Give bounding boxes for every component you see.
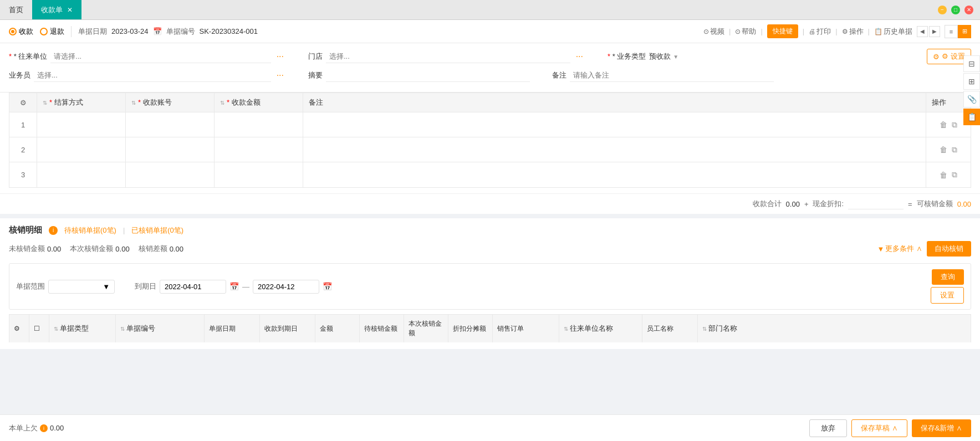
range-filter: 单据范围 ▼	[16, 280, 115, 294]
row-1-remark[interactable]	[303, 112, 926, 137]
row-3-delete-btn[interactable]: 🗑	[940, 171, 947, 180]
unverified-stat: 未核销金额 0.00	[9, 244, 61, 254]
range-select[interactable]: ▼	[48, 280, 115, 294]
verify-header: 核销明细 i 待核销单据(0笔) | 已核销单据(0笔)	[9, 225, 971, 235]
form-row-2: 业务员 ··· 摘要 备注	[9, 69, 971, 82]
row-2-settlement[interactable]	[37, 137, 126, 162]
abandon-button[interactable]: 放弃	[809, 419, 847, 437]
row-2-account[interactable]	[126, 137, 215, 162]
print-link[interactable]: 🖨 打印	[809, 27, 831, 37]
bth-staff: 员工名称	[642, 315, 698, 342]
shortcut-button[interactable]: 快捷键	[767, 24, 798, 38]
footer-info-icon[interactable]: i	[40, 424, 48, 432]
help-link[interactable]: ⊙ 帮助	[735, 27, 756, 37]
sidebar-table-icon[interactable]: ⊟	[963, 55, 980, 72]
date-to-input[interactable]	[253, 280, 319, 294]
row-3-remark[interactable]	[303, 162, 926, 187]
auto-verify-button[interactable]: 自动核销	[927, 241, 971, 257]
video-link[interactable]: ⊙ 视频	[703, 27, 724, 37]
receipt-type-group: 收款 退款	[9, 27, 64, 37]
window-controls: − □ ✕	[938, 6, 980, 14]
counterpart-more-btn[interactable]: ···	[274, 52, 286, 61]
cash-discount-input[interactable]	[848, 198, 904, 209]
th-account: ⇅ 收款账号	[126, 93, 215, 112]
more-filters-btn[interactable]: ▼ 更多条件 ∧	[877, 244, 923, 254]
query-button[interactable]: 查询	[932, 269, 964, 285]
verify-info-icon[interactable]: i	[49, 226, 58, 235]
gear-icon: ⚙	[933, 53, 940, 61]
doc-info: 单据日期 2023-03-24 📅 单据编号 SK-20230324-001	[78, 27, 258, 37]
footer: 本单上欠 i 0.00 放弃 保存草稿 ∧ 保存&新增 ∧	[0, 414, 980, 441]
save-draft-button[interactable]: 保存草稿 ∧	[851, 419, 907, 437]
sidebar-grid-icon[interactable]: ⊞	[963, 73, 980, 90]
counterpart-field: * 往来单位 ···	[9, 50, 286, 63]
staff-field: 业务员 ···	[9, 69, 286, 82]
date-to-calendar-icon[interactable]: 📅	[323, 282, 332, 291]
bth-checkbox[interactable]: ☐	[29, 315, 49, 342]
row-1-settlement[interactable]	[37, 112, 126, 137]
row-3-account[interactable]	[126, 162, 215, 187]
done-tab[interactable]: 已核销单据(0笔)	[131, 225, 183, 235]
table-gear-icon[interactable]: ⚙	[9, 93, 37, 112]
bth-doc-no: ⇅ 单据编号	[116, 315, 205, 342]
pending-tab[interactable]: 待核销单据(0笔)	[64, 225, 116, 235]
card-view-btn[interactable]: ⊞	[958, 25, 971, 38]
summary-input[interactable]	[326, 69, 530, 82]
row-1-delete-btn[interactable]: 🗑	[940, 120, 947, 129]
row-2-remark[interactable]	[303, 137, 926, 162]
receipt-table-section: ⚙ ⇅ 结算方式 ⇅ 收款账号 ⇅ 收款金额 备注 操作 1	[0, 93, 980, 193]
date-from-calendar-icon[interactable]: 📅	[229, 282, 239, 291]
counterpart-input[interactable]	[50, 50, 270, 63]
row-num-1: 1	[9, 112, 37, 137]
radio-refund-dot	[40, 28, 48, 35]
row-2-amount[interactable]	[215, 137, 303, 162]
tab-close-icon[interactable]: ✕	[67, 6, 73, 14]
next-arrow[interactable]: ▶	[929, 26, 940, 37]
tab-bar: 首页 收款单 ✕ − □ ✕	[0, 0, 980, 20]
date-from-input[interactable]	[160, 280, 226, 294]
minimize-button[interactable]: −	[938, 6, 947, 14]
maximize-button[interactable]: □	[951, 6, 960, 14]
list-view-btn[interactable]: ≡	[945, 25, 958, 38]
row-2-copy-btn[interactable]: ⧉	[952, 145, 957, 155]
save-new-button[interactable]: 保存&新增 ∧	[912, 419, 971, 437]
operate-link[interactable]: ⚙ 操作	[842, 27, 864, 37]
form-area: * 往来单位 ··· 门店 ··· * 业务类型 预收款 ▼ ⚙ ⚙ 设置 业务…	[0, 43, 980, 93]
toolbar-actions: ⊙ 视频 | ⊙ 帮助 | 快捷键 | 🖨 打印 | ⚙ 操作 | 📋 历史单据…	[703, 24, 971, 38]
staff-input[interactable]	[34, 69, 271, 82]
view-toggle: ≡ ⊞	[945, 25, 971, 38]
top-toolbar: 收款 退款 单据日期 2023-03-24 📅 单据编号 SK-20230324…	[0, 20, 980, 43]
right-sidebar: ⊟ ⊞ 📎 📋	[963, 55, 980, 125]
bth-dept: ⇅ 部门名称	[698, 315, 753, 342]
biz-type-field: * 业务类型 预收款 ▼	[608, 52, 829, 61]
row-3-settlement[interactable]	[37, 162, 126, 187]
sidebar-attach-icon[interactable]: 📎	[963, 91, 980, 107]
remark-input[interactable]	[570, 69, 774, 82]
calendar-icon[interactable]: 📅	[153, 27, 162, 35]
history-link[interactable]: 📋 历史单据	[874, 27, 912, 37]
radio-receipt[interactable]: 收款	[9, 27, 33, 37]
bth-amount: 金额	[315, 315, 360, 342]
radio-refund[interactable]: 退款	[40, 27, 64, 37]
close-button[interactable]: ✕	[964, 6, 973, 14]
staff-more-btn[interactable]: ···	[274, 70, 286, 80]
row-3-amount[interactable]	[215, 162, 303, 187]
store-input[interactable]	[326, 50, 570, 63]
row-1-account[interactable]	[126, 112, 215, 137]
sidebar-form-icon[interactable]: 📋	[963, 109, 980, 125]
store-more-btn[interactable]: ···	[574, 52, 585, 61]
bth-gear[interactable]: ⚙	[9, 315, 29, 342]
bth-doc-date: 单据日期	[205, 315, 260, 342]
row-2-delete-btn[interactable]: 🗑	[940, 145, 947, 154]
row-1-amount[interactable]	[215, 112, 303, 137]
bth-pending-amount: 待核销金额	[360, 315, 404, 342]
biz-type-select[interactable]: 预收款 ▼	[649, 52, 678, 61]
row-1-copy-btn[interactable]: ⧉	[952, 120, 957, 130]
row-3-actions: 🗑 ⧉	[926, 162, 971, 187]
filter-settings-button[interactable]: 设置	[931, 287, 964, 304]
row-3-copy-btn[interactable]: ⧉	[952, 170, 957, 180]
prev-arrow[interactable]: ◀	[917, 26, 928, 37]
tab-receipt[interactable]: 收款单 ✕	[32, 0, 81, 19]
th-settlement: ⇅ 结算方式	[37, 93, 126, 112]
tab-home[interactable]: 首页	[0, 0, 32, 19]
